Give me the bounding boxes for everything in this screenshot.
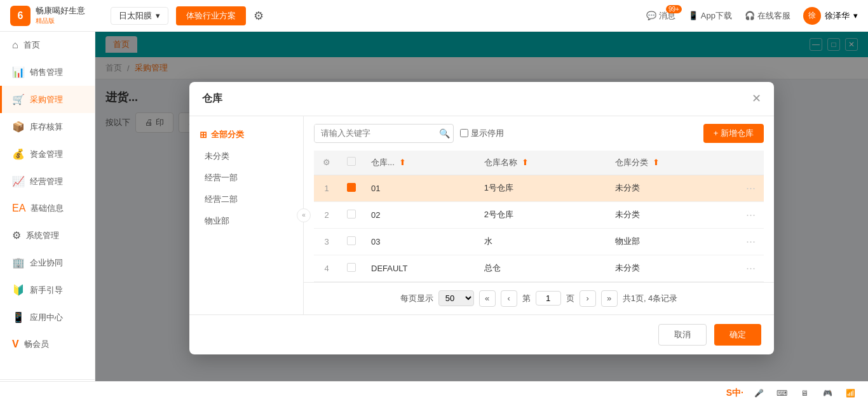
inventory-icon: 📦 <box>12 121 25 133</box>
collapse-panel-btn[interactable]: « <box>297 208 311 222</box>
row-actions[interactable]: ··· <box>738 255 764 281</box>
dialog-close-btn[interactable]: ✕ <box>752 93 761 104</box>
table-settings-icon[interactable]: ⚙ <box>323 158 330 167</box>
category-all[interactable]: ⊞ 全部分类 <box>189 124 303 145</box>
sort-category-icon[interactable]: ⬆ <box>653 158 660 167</box>
sidebar-item-enterprise[interactable]: 🏢 企业协同 <box>0 249 95 276</box>
sidebar-item-purchase[interactable]: 🛒 采购管理 <box>0 86 95 113</box>
confirm-btn[interactable]: 确定 <box>714 324 761 346</box>
row-code: 02 <box>363 201 477 228</box>
warehouse-table-body: 1 01 1号仓库 未分类 ··· 2 02 2号仓库 未分类 ··· 3 03… <box>314 175 764 281</box>
sidebar-item-member[interactable]: V 畅会员 <box>0 331 95 358</box>
th-actions <box>738 151 764 175</box>
row-checkbox[interactable] <box>339 201 363 228</box>
cancel-btn[interactable]: 取消 <box>658 324 707 346</box>
row-actions[interactable]: ··· <box>738 201 764 228</box>
sort-code-icon[interactable]: ⬆ <box>399 158 406 167</box>
sort-name-icon[interactable]: ⬆ <box>522 158 529 167</box>
page-size-select[interactable]: 50 10 20 100 <box>438 290 474 306</box>
row-checkbox[interactable] <box>339 175 363 201</box>
category-item-unclassified[interactable]: 未分类 <box>189 145 303 167</box>
sidebar: ⌂ 首页 📊 销售管理 🛒 采购管理 📦 库存核算 💰 资金管理 📈 经营管理 … <box>0 32 95 404</box>
row-checkbox[interactable] <box>339 228 363 255</box>
sidebar-label-system: 系统管理 <box>26 230 59 241</box>
th-settings: ⚙ <box>314 151 339 175</box>
page-size-label: 每页显示 <box>400 293 433 304</box>
row-code: DEFAULT <box>363 255 477 281</box>
category-item-ops1[interactable]: 经营一部 <box>189 167 303 189</box>
row-num: 1 <box>314 175 339 201</box>
show-disabled-checkbox[interactable] <box>460 129 468 137</box>
total-info: 共1页, 4条记录 <box>623 293 678 304</box>
first-page-btn[interactable]: « <box>479 290 496 307</box>
page-label: 第 <box>522 293 531 304</box>
row-num: 3 <box>314 228 339 255</box>
row-checkbox[interactable] <box>339 255 363 281</box>
mic-icon[interactable]: 🎤 <box>751 386 766 401</box>
sidebar-item-inventory[interactable]: 📦 库存核算 <box>0 113 95 140</box>
category-item-ops2[interactable]: 经营二部 <box>189 189 303 210</box>
display-icon[interactable]: 🖥 <box>797 386 812 401</box>
table-row[interactable]: 1 01 1号仓库 未分类 ··· <box>314 175 764 201</box>
row-actions[interactable]: ··· <box>738 175 764 201</box>
member-icon: V <box>12 339 19 350</box>
new-warehouse-btn[interactable]: + 新增仓库 <box>703 124 764 143</box>
page-number-input[interactable] <box>536 291 561 306</box>
sidebar-item-home[interactable]: ⌂ 首页 <box>0 32 95 58</box>
app-logo-icon: 6 <box>10 6 31 26</box>
row-category: 未分类 <box>607 201 738 228</box>
messages-item[interactable]: 💬 消息 99+ <box>646 10 675 22</box>
table-row[interactable]: 3 03 水 物业部 ··· <box>314 228 764 255</box>
app-download-item[interactable]: 📱 App下载 <box>688 10 732 22</box>
experience-btn[interactable]: 体验行业方案 <box>176 6 246 25</box>
top-header: 6 畅康喝好生意 精品版 日太阳膜 ▾ 体验行业方案 ⚙ 💬 消息 99+ 📱 … <box>0 0 868 32</box>
header-right: 💬 消息 99+ 📱 App下载 🎧 在线客服 徐 徐泽华 ▾ <box>646 7 858 25</box>
app-edition: 精品版 <box>36 17 85 25</box>
sidebar-item-base[interactable]: EA 基础信息 <box>0 195 95 222</box>
dialog-body: ⊞ 全部分类 未分类 经营一部 经营二部 物业部 <box>189 116 774 314</box>
table-toolbar: 🔍 显示停用 + 新增仓库 <box>304 116 774 151</box>
online-service-item[interactable]: 🎧 在线客服 <box>745 10 790 22</box>
dropdown-arrow-icon: ▾ <box>156 11 160 20</box>
sidebar-item-guide[interactable]: 🔰 新手引导 <box>0 276 95 304</box>
user-avatar-area[interactable]: 徐 徐泽华 ▾ <box>803 7 858 25</box>
search-input[interactable] <box>315 125 434 142</box>
sidebar-label-enterprise: 企业协同 <box>30 257 63 269</box>
prev-page-btn[interactable]: ‹ <box>501 290 517 307</box>
table-row[interactable]: 2 02 2号仓库 未分类 ··· <box>314 201 764 228</box>
keyboard-icon[interactable]: ⌨ <box>774 386 789 401</box>
row-code: 01 <box>363 175 477 201</box>
app-name: 畅康喝好生意 <box>36 6 85 17</box>
settings-icon[interactable]: ⚙ <box>254 9 264 23</box>
sidebar-item-system[interactable]: ⚙ 系统管理 <box>0 222 95 249</box>
next-page-btn[interactable]: › <box>580 290 596 307</box>
select-all-checkbox[interactable] <box>347 157 356 166</box>
app-download-label: App下载 <box>701 10 732 22</box>
row-num: 4 <box>314 255 339 281</box>
sidebar-item-sales[interactable]: 📊 销售管理 <box>0 58 95 86</box>
row-name: 1号仓库 <box>477 175 607 201</box>
sidebar-label-member: 畅会员 <box>24 339 49 350</box>
sidebar-item-finance[interactable]: 💰 资金管理 <box>0 140 95 168</box>
store-selector[interactable]: 日太阳膜 ▾ <box>111 7 168 25</box>
th-name: 仓库名称 ⬆ <box>477 151 607 175</box>
last-page-btn[interactable]: » <box>601 290 618 307</box>
sidebar-label-appcenter: 应用中心 <box>30 312 63 323</box>
sidebar-label-guide: 新手引导 <box>30 285 63 296</box>
gamepad-icon[interactable]: 🎮 <box>820 386 835 401</box>
show-disabled-label[interactable]: 显示停用 <box>460 128 504 139</box>
row-actions[interactable]: ··· <box>738 228 764 255</box>
search-btn[interactable]: 🔍 <box>434 125 454 142</box>
sidebar-item-appcenter[interactable]: 📱 应用中心 <box>0 304 95 331</box>
row-name: 总仓 <box>477 255 607 281</box>
table-row[interactable]: 4 DEFAULT 总仓 未分类 ··· <box>314 255 764 281</box>
search-box: 🔍 <box>314 124 454 143</box>
dialog-title: 仓库 <box>202 92 222 105</box>
logo-area: 6 畅康喝好生意 精品版 <box>10 6 105 26</box>
pagination: 每页显示 50 10 20 100 « ‹ 第 页 <box>304 282 774 314</box>
user-dropdown-icon: ▾ <box>853 11 858 20</box>
sidebar-label-inventory: 库存核算 <box>30 121 63 133</box>
sidebar-item-operations[interactable]: 📈 经营管理 <box>0 168 95 195</box>
category-item-property[interactable]: 物业部 <box>189 210 303 232</box>
network-icon[interactable]: 📶 <box>843 386 858 401</box>
